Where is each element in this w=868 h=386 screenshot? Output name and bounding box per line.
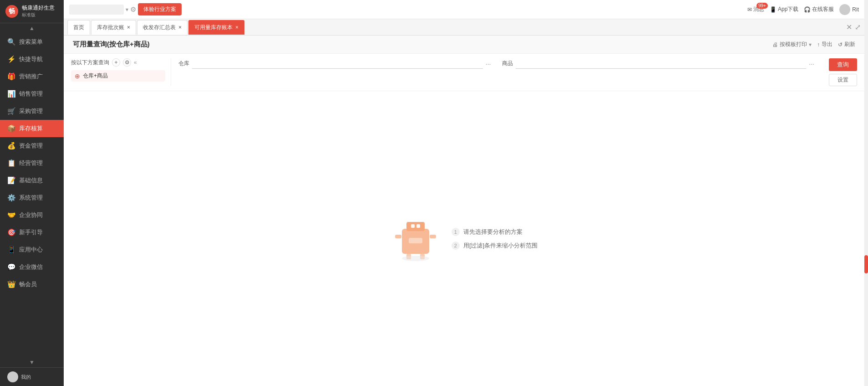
username-label: Rit	[852, 6, 859, 13]
svg-rect-1	[406, 222, 425, 231]
collapse-scheme-icon[interactable]: «	[134, 59, 137, 66]
tab-available[interactable]: 可用量库存账本 ×	[188, 20, 244, 35]
shortcut-icon: ⚡	[7, 55, 15, 63]
sidebar-item-guide[interactable]: 🎯 新手引导	[0, 224, 64, 241]
user-area[interactable]: Rit	[839, 4, 859, 15]
tab-batch-close-icon[interactable]: ×	[127, 24, 130, 31]
sidebar-item-label: 采购管理	[19, 107, 43, 115]
sidebar-item-vip[interactable]: 👑 畅会员	[0, 276, 64, 293]
warehouse-field-group: 仓库 ···	[178, 58, 491, 69]
nav-search-input[interactable]	[69, 5, 124, 15]
sidebar-item-weixin[interactable]: 💬 企业微信	[0, 258, 64, 276]
print-button[interactable]: 🖨 按模板打印 ▾	[772, 41, 812, 48]
top-header: ▾ ⚙ 体验行业方案 ✉ 消息 99+ 📱 App下载 🎧 在线客服 Rit	[64, 0, 864, 19]
operation-icon: 📋	[7, 159, 15, 167]
product-label: 商品	[502, 60, 513, 67]
page-title: 可用量查询(按仓库+商品)	[73, 40, 150, 49]
scrollbar-thumb	[864, 255, 868, 273]
tab-summary[interactable]: 收发存汇总表 ×	[137, 20, 188, 35]
sidebar-item-shortcut[interactable]: ⚡ 快捷导航	[0, 51, 64, 68]
chevron-down-icon[interactable]: ▾	[126, 6, 128, 13]
warehouse-more-icon[interactable]: ···	[486, 60, 491, 67]
page-title-bar: 可用量查询(按仓库+商品) 🖨 按模板打印 ▾ ↑ 导出 ↺ 刷新	[64, 36, 864, 54]
warehouse-input[interactable]	[192, 58, 483, 69]
main-content: ▾ ⚙ 体验行业方案 ✉ 消息 99+ 📱 App下载 🎧 在线客服 Rit	[64, 0, 864, 386]
tab-home[interactable]: 首页	[67, 20, 90, 35]
export-button[interactable]: ↑ 导出	[817, 41, 832, 48]
tab-home-label: 首页	[73, 24, 84, 31]
sidebar-item-search[interactable]: 🔍 搜索菜单	[0, 33, 64, 51]
settings-button[interactable]: 设置	[829, 74, 857, 86]
export-label: 导出	[822, 41, 832, 48]
system-icon: ⚙️	[7, 194, 15, 202]
sidebar-item-purchase[interactable]: 🛒 采购管理	[0, 103, 64, 120]
page-content: 可用量查询(按仓库+商品) 🖨 按模板打印 ▾ ↑ 导出 ↺ 刷新	[64, 36, 864, 386]
sidebar-item-label: 销售管理	[19, 90, 43, 98]
tab-batch[interactable]: 库存批次账 ×	[91, 20, 136, 35]
scroll-down-btn[interactable]: ▼	[0, 357, 64, 367]
sidebar-item-base[interactable]: 📝 基础信息	[0, 172, 64, 189]
add-scheme-button[interactable]: +	[112, 58, 120, 67]
scheme-item-label: 仓库+商品	[83, 72, 108, 80]
purchase-icon: 🛒	[7, 107, 15, 115]
sidebar-item-label: 新手引导	[19, 228, 43, 237]
sidebar: 畅 畅康通好生意 标准版 ▲ 🔍 搜索菜单 ⚡ 快捷导航 🎁 营销推广 📊 销售…	[0, 0, 64, 386]
top-right-area: ✉ 消息 99+ 📱 App下载 🎧 在线客服 Rit	[747, 4, 859, 15]
tab-available-label: 可用量库存账本	[194, 24, 233, 31]
product-more-icon[interactable]: ···	[809, 60, 814, 67]
sidebar-item-enterprise[interactable]: 🤝 企业协同	[0, 206, 64, 224]
tab-available-close-icon[interactable]: ×	[235, 24, 239, 31]
inventory-icon: 📦	[7, 124, 15, 133]
message-icon: ✉	[747, 6, 752, 13]
sidebar-item-operation[interactable]: 📋 经营管理	[0, 154, 64, 172]
print-icon: 🖨	[772, 41, 778, 48]
industry-solution-button[interactable]: 体验行业方案	[138, 3, 182, 15]
sidebar-item-marketing[interactable]: 🎁 营销推广	[0, 68, 64, 85]
refresh-label: 刷新	[844, 41, 855, 48]
tab-bar: 首页 库存批次账 × 收发存汇总表 × 可用量库存账本 × ✕ ⤢	[64, 19, 864, 36]
sidebar-footer-user[interactable]: 我的	[0, 367, 64, 386]
right-scrollbar[interactable]	[864, 0, 868, 386]
sidebar-scroll: 🔍 搜索菜单 ⚡ 快捷导航 🎁 营销推广 📊 销售管理 🛒 采购管理 📦 库存核…	[0, 33, 64, 357]
sidebar-item-appstore[interactable]: 📱 应用中心	[0, 241, 64, 258]
query-button[interactable]: 查询	[829, 58, 857, 71]
tip-2-number: 2	[452, 242, 460, 250]
refresh-button[interactable]: ↺ 刷新	[838, 41, 855, 48]
svg-rect-2	[411, 224, 415, 228]
online-service-link[interactable]: 🎧 在线客服	[804, 5, 834, 13]
sidebar-item-inventory[interactable]: 📦 库存核算	[0, 120, 64, 137]
sidebar-item-system[interactable]: ⚙️ 系统管理	[0, 189, 64, 206]
sidebar-item-label: 企业微信	[19, 263, 43, 271]
empty-tip-1: 1 请先选择要分析的方案	[452, 228, 538, 236]
tab-batch-label: 库存批次账	[97, 24, 124, 31]
manage-scheme-button[interactable]: ⚙	[123, 58, 131, 67]
sidebar-item-finance[interactable]: 💰 资金管理	[0, 137, 64, 154]
tip-2-text: 用[过滤]条件来缩小分析范围	[463, 242, 538, 250]
expand-icon[interactable]: ⤢	[855, 23, 861, 31]
svg-rect-6	[430, 235, 436, 238]
sales-icon: 📊	[7, 90, 15, 98]
headset-icon: 🎧	[804, 6, 811, 13]
close-all-tabs-icon[interactable]: ✕	[846, 23, 852, 31]
sidebar-item-label: 快捷导航	[19, 55, 43, 63]
scroll-up-btn[interactable]: ▲	[0, 23, 64, 33]
query-actions: 查询 设置	[822, 58, 857, 86]
tab-summary-close-icon[interactable]: ×	[178, 24, 182, 31]
scheme-item-icon: ⊕	[75, 72, 80, 80]
scheme-item-warehouse-product[interactable]: ⊕ 仓库+商品	[71, 70, 165, 82]
finance-icon: 💰	[7, 142, 15, 150]
vip-icon: 👑	[7, 280, 15, 288]
sidebar-item-label: 营销推广	[19, 72, 43, 81]
scheme-label: 按以下方案查询	[71, 59, 109, 67]
app-download-link[interactable]: 📱 App下载	[770, 5, 798, 13]
weixin-icon: 💬	[7, 263, 15, 271]
product-input[interactable]	[516, 58, 807, 69]
sidebar-header: 畅 畅康通好生意 标准版	[0, 0, 64, 23]
empty-illustration	[391, 213, 441, 264]
gear-icon[interactable]: ⚙	[130, 5, 136, 14]
sidebar-item-label: 经营管理	[19, 159, 43, 167]
marketing-icon: 🎁	[7, 72, 15, 81]
message-area[interactable]: ✉ 消息 99+	[747, 5, 764, 13]
sidebar-item-sales[interactable]: 📊 销售管理	[0, 85, 64, 103]
tab-summary-label: 收发存汇总表	[143, 24, 176, 31]
